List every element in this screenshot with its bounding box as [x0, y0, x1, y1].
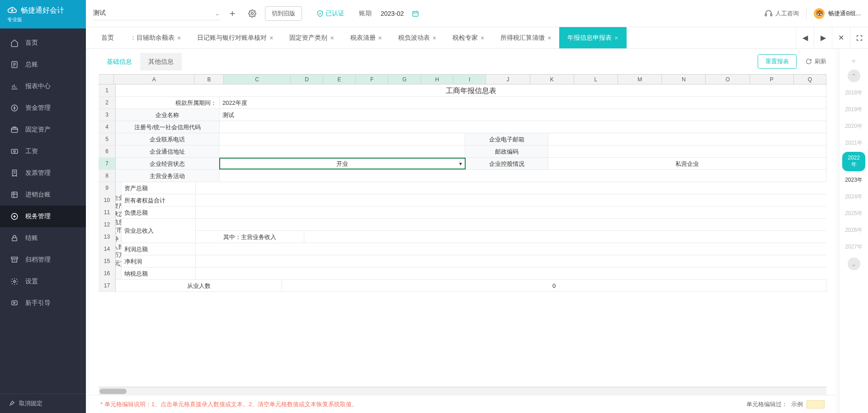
- row-header[interactable]: 10: [99, 194, 116, 206]
- scrollbar-thumb[interactable]: [99, 389, 127, 394]
- row-header[interactable]: 17: [99, 280, 116, 291]
- tab-tax-list[interactable]: 税表清册×: [342, 27, 390, 48]
- row-header[interactable]: 3: [99, 109, 116, 121]
- nav-assets[interactable]: 固定资产: [0, 119, 86, 141]
- main-revenue-label[interactable]: 其中：主营业务收入: [196, 231, 304, 243]
- add-button[interactable]: [225, 6, 240, 21]
- select-all-corner[interactable]: [99, 75, 114, 84]
- tab-asset-category[interactable]: 固定资产类别×: [281, 27, 342, 48]
- year-option[interactable]: 2025年: [840, 206, 868, 221]
- sheet-title[interactable]: 工商年报信息表: [116, 84, 826, 96]
- close-icon[interactable]: ×: [614, 34, 618, 42]
- row-header[interactable]: 15: [99, 255, 116, 268]
- asset-row-label[interactable]: 负债总额: [122, 206, 196, 218]
- company-name-cell[interactable]: 测试: [220, 109, 826, 121]
- year-option[interactable]: 2021年: [840, 135, 868, 151]
- asset-row-label[interactable]: 营业总收入: [122, 219, 196, 243]
- nav-funds[interactable]: 资金管理: [0, 97, 86, 119]
- col-header[interactable]: H: [421, 75, 453, 84]
- col-header[interactable]: I: [453, 75, 486, 84]
- employees-value[interactable]: 0: [282, 280, 826, 291]
- row-header[interactable]: 4: [99, 121, 116, 133]
- grid-body[interactable]: 1工商年报信息表 2税款所属期间：2022年度 3企业名称测试 4注册号/统一社…: [99, 84, 826, 387]
- postal-label[interactable]: 邮政编码: [465, 145, 548, 157]
- tabs-close-button[interactable]: ✕: [832, 27, 850, 48]
- asset-row-label[interactable]: 净利润: [122, 255, 196, 267]
- asset-row-value[interactable]: [196, 243, 826, 255]
- close-icon[interactable]: ×: [177, 34, 181, 42]
- col-header[interactable]: F: [356, 75, 388, 84]
- asset-row-value[interactable]: [196, 182, 826, 194]
- asset-row-value[interactable]: [196, 194, 826, 206]
- col-header[interactable]: A: [114, 75, 194, 84]
- nav-invoice[interactable]: 发票管理: [0, 162, 86, 184]
- row-header[interactable]: 8: [99, 170, 116, 182]
- year-option[interactable]: 2023年: [840, 172, 868, 188]
- asset-info-label[interactable]: 企业资产状况信息(币种：人民币万元): [116, 182, 122, 280]
- row-header[interactable]: 7: [99, 158, 116, 169]
- sub-tab-other[interactable]: 其他信息: [140, 53, 182, 70]
- email-label[interactable]: 企业电子邮箱: [465, 133, 548, 145]
- switch-old-button[interactable]: 切到旧版: [265, 6, 302, 21]
- close-icon[interactable]: ×: [378, 34, 382, 42]
- status-label[interactable]: 企业经营状态: [116, 158, 219, 169]
- asset-row-value[interactable]: [196, 268, 826, 279]
- nav-home[interactable]: 首页: [0, 32, 86, 54]
- tabs-prev-button[interactable]: ◀: [796, 27, 814, 48]
- col-header[interactable]: K: [530, 75, 574, 84]
- asset-row-value[interactable]: [196, 255, 826, 267]
- row-header[interactable]: 6: [99, 145, 116, 157]
- col-header[interactable]: C: [224, 75, 291, 84]
- row-header[interactable]: 13: [99, 231, 116, 243]
- reset-button[interactable]: 重置报表: [758, 54, 797, 69]
- row-header[interactable]: 11: [99, 206, 116, 219]
- status-dropdown-cell[interactable]: 开业▼: [219, 158, 465, 169]
- collapse-icon[interactable]: «: [849, 54, 859, 67]
- nav-closing[interactable]: 结账: [0, 227, 86, 249]
- year-option[interactable]: 2026年: [840, 222, 868, 238]
- asset-row-label[interactable]: 资产总额: [122, 182, 196, 194]
- nav-guide[interactable]: 新手引导: [0, 292, 86, 314]
- settings-button[interactable]: [245, 6, 259, 21]
- col-header[interactable]: O: [706, 75, 750, 84]
- period-value-cell[interactable]: 2022年度: [220, 97, 826, 108]
- holding-label[interactable]: 企业控股情况: [466, 158, 549, 169]
- year-down-button[interactable]: ⌄: [848, 258, 860, 270]
- row-header[interactable]: 1: [99, 84, 116, 96]
- company-selector[interactable]: 测试 ⌄: [93, 6, 220, 20]
- fullscreen-button[interactable]: [850, 27, 868, 48]
- reg-code-label[interactable]: 注册号/统一社会信用代码: [116, 121, 220, 133]
- col-header[interactable]: L: [574, 75, 618, 84]
- row-header[interactable]: 2: [99, 97, 116, 108]
- sub-tab-basic[interactable]: 基础信息: [99, 53, 140, 70]
- tab-annual-report[interactable]: 年报信息申报表×: [559, 27, 626, 48]
- close-icon[interactable]: ×: [269, 34, 273, 42]
- address-label[interactable]: 企业通信地址: [116, 145, 219, 157]
- reg-code-cell[interactable]: [220, 121, 826, 133]
- nav-inventory[interactable]: 进销台账: [0, 184, 86, 206]
- horizontal-scrollbar[interactable]: [99, 387, 826, 395]
- row-header[interactable]: 9: [99, 182, 116, 194]
- tab-tax-fluctuation[interactable]: 税负波动表×: [390, 27, 444, 48]
- email-cell[interactable]: [548, 133, 826, 145]
- asset-row-label[interactable]: 纳税总额: [122, 268, 196, 279]
- asset-row-value[interactable]: [304, 231, 826, 243]
- tab-tax-expert[interactable]: 税检专家×: [444, 27, 492, 48]
- consult-button[interactable]: 人工咨询: [764, 9, 799, 18]
- col-header[interactable]: G: [388, 75, 421, 84]
- row-header[interactable]: 14: [99, 243, 116, 255]
- spreadsheet[interactable]: A B C D E F G H I J K L M N O: [99, 74, 826, 395]
- sidebar-unpin[interactable]: 取消固定: [0, 394, 86, 413]
- col-header[interactable]: M: [618, 75, 662, 84]
- year-option[interactable]: 2019年: [840, 102, 868, 117]
- asset-row-label[interactable]: 利润总额: [122, 243, 196, 255]
- row-header[interactable]: 16: [99, 268, 116, 280]
- postal-cell[interactable]: [548, 145, 826, 157]
- close-icon[interactable]: ×: [547, 34, 551, 42]
- year-option-active[interactable]: 2022年: [842, 152, 865, 171]
- address-cell[interactable]: [219, 145, 465, 157]
- holding-cell[interactable]: 私营企业: [548, 158, 826, 169]
- company-name-label[interactable]: 企业名称: [116, 109, 220, 121]
- year-option[interactable]: 2027年: [840, 239, 868, 255]
- tab-home[interactable]: 首页: [93, 27, 122, 48]
